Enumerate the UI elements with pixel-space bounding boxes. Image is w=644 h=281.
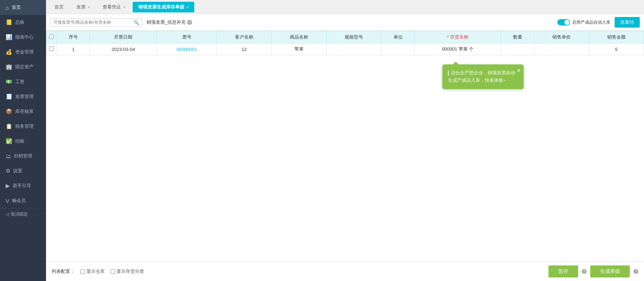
- play-icon: ▶: [6, 183, 10, 189]
- sidebar-item-general-ledger[interactable]: 📒 总账: [0, 15, 46, 30]
- header-spec: 规格型号: [327, 31, 381, 44]
- sidebar-item-label: 资金管理: [15, 49, 34, 55]
- header-invoice-no: 票号: [157, 31, 217, 44]
- header-amount: 销售金额: [589, 31, 644, 44]
- show-warehouse-check[interactable]: 显示仓库: [80, 268, 105, 275]
- cell-unit-price: [534, 44, 589, 55]
- tab-voucher-label: 查看凭证: [103, 4, 121, 10]
- tab-invoice[interactable]: 发票 ×: [71, 2, 96, 12]
- header-unit: 单位: [381, 31, 414, 44]
- table-area: 序号 开票日期 票号 客户名称 商品名称 规格型号 单位 * 存货名称 数量 销…: [46, 31, 644, 262]
- sidebar-item-label: 税务管理: [15, 123, 34, 130]
- sidebar-item-settings[interactable]: ⚙ 设置: [0, 164, 46, 178]
- sidebar-item-tax-management[interactable]: 📋 税务管理: [0, 119, 46, 134]
- tooltip-text: 适合生产型企业，销项发票自动生成产成品入库，快来体验~: [448, 70, 515, 83]
- sidebar-item-label: 结账: [15, 138, 24, 144]
- select-all-checkbox[interactable]: [49, 34, 54, 39]
- tab-home-label: 首页: [54, 4, 64, 10]
- tab-cancel-invoice-label: 销项发票生成库存单据: [138, 4, 184, 10]
- info-text: 销项发票_信息补充: [146, 19, 186, 25]
- cell-unit: [381, 44, 414, 55]
- cell-qty: [501, 44, 534, 55]
- invoice-link[interactable]: 00000001: [177, 47, 197, 52]
- sidebar-item-payroll[interactable]: 💵 工资: [0, 74, 46, 89]
- save-button[interactable]: 暂存: [548, 265, 578, 277]
- cell-product-name: 苹果: [272, 44, 327, 55]
- tab-voucher[interactable]: 查看凭证 ×: [97, 2, 131, 12]
- toggle-label: 启用产成品自动入库: [572, 19, 610, 25]
- report-icon: 📊: [6, 34, 12, 40]
- header-checkbox-cell: [46, 31, 57, 44]
- unpin-button[interactable]: ◁ 取消固定: [0, 208, 46, 220]
- header-seq: 序号: [57, 31, 90, 44]
- sidebar-item-label: 归档管理: [14, 153, 32, 159]
- tab-cancel-invoice[interactable]: 销项发票生成库存单据 ×: [133, 2, 194, 12]
- assets-icon: 🏢: [6, 64, 12, 70]
- payroll-icon: 💵: [6, 79, 12, 85]
- config-label: 列表配置：: [52, 268, 75, 275]
- sidebar-item-label: 库存核算: [15, 108, 34, 115]
- sidebar-item-vip[interactable]: V 畅会员: [0, 193, 46, 208]
- sidebar-item-fund-management[interactable]: 💰 资金管理: [0, 45, 46, 59]
- generate-help-icon[interactable]: ?: [633, 269, 638, 274]
- sidebar-item-beginner[interactable]: ▶ 新手引导: [0, 178, 46, 193]
- search-box[interactable]: 🔍: [50, 18, 142, 27]
- toggle-area: 启用产成品自动入库: [557, 19, 610, 25]
- cell-seq: 1: [57, 44, 90, 55]
- header-date: 开票日期: [90, 31, 157, 44]
- archive-icon: 🗂: [6, 153, 11, 159]
- show-warehouse-label: 显示仓库: [86, 268, 105, 275]
- tab-invoice-close[interactable]: ×: [88, 5, 90, 9]
- settlement-icon: ✅: [6, 138, 12, 144]
- sidebar-item-label: 报表中心: [15, 34, 34, 40]
- row-checkbox[interactable]: [49, 46, 54, 51]
- cell-invoice-no[interactable]: 00000001: [157, 44, 217, 55]
- save-help-icon[interactable]: ?: [582, 269, 587, 274]
- sidebar-item-home[interactable]: ⌂ 首页: [0, 0, 46, 15]
- sidebar-item-inventory[interactable]: 📦 库存核算: [0, 104, 46, 119]
- invoice-icon: 🧾: [6, 93, 12, 100]
- sidebar-item-label: 工资: [15, 79, 24, 85]
- sidebar-item-report-center[interactable]: 📊 报表中心: [0, 30, 46, 45]
- cell-spec: [327, 44, 381, 55]
- tooltip-cursor: [448, 71, 449, 76]
- sidebar-item-settlement[interactable]: ✅ 结账: [0, 134, 46, 149]
- tab-voucher-close[interactable]: ×: [123, 5, 125, 9]
- auto-warehouse-toggle[interactable]: [557, 19, 570, 25]
- page-content: 🔍 销项发票_信息补充 ? 启用产成品自动入库 批量结 序: [46, 14, 644, 281]
- header-product-name: 商品名称: [272, 31, 327, 44]
- cell-customer: 12: [217, 44, 271, 55]
- bottom-actions: 暂存 ? 生成单据 ?: [548, 265, 638, 277]
- home-icon: ⌂: [6, 5, 9, 11]
- sidebar-item-label: 首页: [12, 4, 21, 11]
- search-icon[interactable]: 🔍: [133, 20, 139, 25]
- bottom-bar: 列表配置： 显示仓库 显示存货分类 暂存 ? 生成单据 ?: [46, 262, 644, 281]
- unpin-icon: ◁: [6, 212, 9, 217]
- sidebar-item-label: 新手引导: [13, 183, 31, 189]
- gear-icon: ⚙: [6, 168, 10, 174]
- row-checkbox-cell: [46, 44, 57, 55]
- show-warehouse-checkbox[interactable]: [80, 269, 85, 274]
- search-input[interactable]: [53, 20, 132, 25]
- sidebar-item-archive[interactable]: 🗂 归档管理: [0, 149, 46, 164]
- show-inventory-category-checkbox[interactable]: [110, 269, 115, 274]
- cell-amount: 5: [589, 44, 644, 55]
- toolbar: 🔍 销项发票_信息补充 ? 启用产成品自动入库 批量结: [46, 14, 644, 31]
- sidebar-item-fixed-assets[interactable]: 🏢 固定资产: [0, 59, 46, 74]
- header-qty: 数量: [501, 31, 534, 44]
- header-unit-price: 销售单价: [534, 31, 589, 44]
- generate-button[interactable]: 生成单据: [590, 265, 630, 277]
- sidebar-item-invoice-management[interactable]: 🧾 发票管理: [0, 89, 46, 104]
- cell-inventory-name: 000001 苹果 个: [414, 44, 501, 55]
- tab-bar: 首页 发票 × 查看凭证 × 销项发票生成库存单据 ×: [46, 0, 644, 14]
- batch-button[interactable]: 批量结: [615, 17, 640, 28]
- tooltip-popup: × 适合生产型企业，销项发票自动生成产成品入库，快来体验~: [442, 64, 524, 89]
- tab-home[interactable]: 首页: [49, 2, 69, 12]
- header-customer: 客户名称: [217, 31, 271, 44]
- tooltip-close-button[interactable]: ×: [517, 67, 520, 74]
- tab-cancel-invoice-close[interactable]: ×: [186, 5, 189, 9]
- data-table: 序号 开票日期 票号 客户名称 商品名称 规格型号 单位 * 存货名称 数量 销…: [46, 31, 644, 55]
- info-question-icon[interactable]: ?: [187, 20, 192, 25]
- show-inventory-category-label: 显示存货分类: [116, 268, 144, 275]
- show-inventory-category-check[interactable]: 显示存货分类: [110, 268, 144, 275]
